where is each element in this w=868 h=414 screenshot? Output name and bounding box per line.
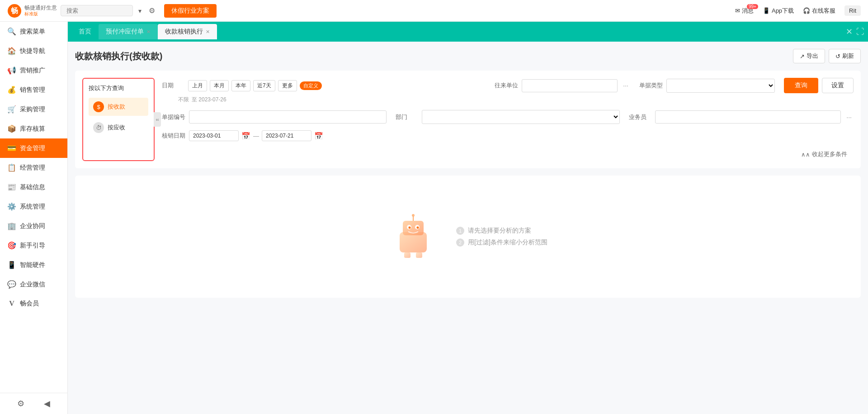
filter-row-3: 核销日期 📅 — 📅	[162, 130, 854, 141]
filter-collapse-button[interactable]: ‹‹	[154, 112, 161, 127]
empty-state: 1 请先选择要分析的方案 2 用[过滤]条件来缩小分析范围	[75, 176, 861, 298]
date-btn-7days[interactable]: 近7天	[253, 80, 275, 91]
message-button[interactable]: ✉ 消息 99+	[735, 7, 754, 15]
operation-icon: 📋	[7, 163, 16, 172]
main-layout: 🔍 搜索菜单 🏠 快捷导航 📢 营销推广 💰 销售管理 🛒 采购管理 📦 库存核…	[0, 22, 868, 414]
search-dropdown-icon[interactable]: ▾	[138, 7, 142, 14]
date-custom-tag[interactable]: 自定义	[300, 81, 322, 90]
app-download-button[interactable]: 📱 App下载	[763, 7, 794, 15]
calendar-start-icon[interactable]: 📅	[241, 132, 250, 140]
sidebar-item-sales[interactable]: 💰 销售管理	[0, 80, 67, 100]
filter-date-field: 日期 上月 本月 本年 近7天 更多 自定义	[162, 80, 486, 91]
tab-prepay[interactable]: 预付冲应付单 ✕	[99, 24, 158, 39]
collapse-icon: ∧∧	[801, 151, 810, 158]
page-content: 收款核销执行(按收款) ↗ 导出 ↺ 刷新 按以下方查询	[68, 42, 868, 414]
sidebar-bottom: ⚙ ◀	[0, 393, 67, 414]
voucher-no-input[interactable]	[189, 110, 387, 124]
counterparty-input[interactable]	[522, 79, 618, 92]
solution-button[interactable]: 休假行业方案	[164, 4, 217, 18]
sidebar-item-corp[interactable]: 🏢 企业协同	[0, 216, 67, 236]
page-actions: ↗ 导出 ↺ 刷新	[793, 49, 861, 63]
filter-dept-field: 部门	[396, 110, 620, 124]
export-button[interactable]: ↗ 导出	[793, 49, 825, 63]
svg-point-6	[409, 227, 411, 229]
top-bar: 畅 畅捷通好生意 标准版 ▾ ⚙ 休假行业方案 ✉ 消息 99+ 📱 App下载…	[0, 0, 868, 22]
writeoff-date-start-input[interactable]	[189, 130, 239, 141]
date-label: 日期	[162, 81, 184, 90]
tab-close-all-icon[interactable]: ✕	[846, 27, 853, 37]
query-action-group: 查询 设置	[784, 78, 854, 93]
voucher-no-label: 单据编号	[162, 113, 185, 121]
query-button[interactable]: 查询	[784, 78, 818, 93]
date-to-text: 至 2023-07-26	[192, 96, 226, 104]
sidebar-item-inventory[interactable]: 📦 库存核算	[0, 119, 67, 138]
filter-fields: 日期 上月 本月 本年 近7天 更多 自定义 往来单位	[162, 78, 854, 161]
dept-select[interactable]	[422, 110, 620, 124]
filter-counterparty-field: 往来单位 ···	[495, 79, 630, 92]
writeoff-date-end-input[interactable]	[262, 130, 311, 141]
svg-text:畅: 畅	[11, 7, 18, 14]
settings-icon[interactable]: ⚙	[149, 6, 155, 15]
sidebar-item-member[interactable]: V 畅会员	[0, 294, 67, 313]
top-search-input[interactable]	[61, 5, 133, 16]
collapse-more-button[interactable]: ∧∧ 收起更多条件	[795, 148, 854, 161]
sidebar-item-operation[interactable]: 📋 经营管理	[0, 158, 67, 177]
setting-button[interactable]: 设置	[822, 78, 854, 93]
tip-num-1: 1	[456, 227, 464, 235]
sidebar-item-search-menu[interactable]: 🔍 搜索菜单	[0, 22, 67, 41]
salesperson-input[interactable]	[655, 110, 841, 124]
tab-receivable-close[interactable]: ✕	[206, 29, 210, 35]
filter-voucher-type-field: 单据类型	[639, 79, 775, 93]
message-icon: ✉	[735, 7, 740, 14]
member-icon: V	[7, 300, 16, 308]
filter-panel: 按以下方查询 $ 按收款 ⏱ 按应收 ‹‹	[75, 71, 861, 168]
filter-option-by-receivable[interactable]: ⏱ 按应收	[89, 119, 148, 137]
date-btn-more[interactable]: 更多	[278, 80, 297, 91]
page-header: 收款核销执行(按收款) ↗ 导出 ↺ 刷新	[75, 49, 861, 63]
tab-receivable[interactable]: 收款核销执行 ✕	[158, 24, 217, 39]
teal-tab-header: 首页 预付冲应付单 ✕ 收款核销执行 ✕ ✕ ⛶	[68, 22, 868, 42]
collapse-more-row: ∧∧ 收起更多条件	[162, 148, 854, 161]
tab-prepay-close[interactable]: ✕	[146, 29, 151, 35]
date-btn-last-month[interactable]: 上月	[188, 80, 207, 91]
counterparty-more-icon[interactable]: ···	[621, 82, 630, 89]
filter-option-by-receipt[interactable]: $ 按收款	[89, 98, 148, 116]
online-service-button[interactable]: 🎧 在线客服	[803, 7, 835, 15]
date-range-row: 不限 至 2023-07-26	[162, 96, 854, 104]
salesperson-more-icon[interactable]: ···	[844, 114, 854, 121]
wechat-icon: 💬	[7, 280, 16, 289]
sales-icon: 💰	[7, 86, 16, 94]
sidebar-item-guide[interactable]: 🎯 新手引导	[0, 236, 67, 255]
empty-tip-1: 1 请先选择要分析的方案	[456, 227, 547, 235]
sidebar-item-marketing[interactable]: 📢 营销推广	[0, 61, 67, 80]
tab-expand-icon[interactable]: ⛶	[856, 27, 864, 37]
svg-rect-8	[404, 252, 410, 258]
date-separator: —	[253, 133, 259, 139]
sidebar-item-finance[interactable]: 💳 资金管理	[0, 138, 67, 158]
sidebar-collapse-icon[interactable]: ◀	[44, 399, 50, 409]
sidebar-item-basic[interactable]: 📰 基础信息	[0, 177, 67, 197]
dept-label: 部门	[396, 113, 418, 121]
user-avatar[interactable]: Rit	[844, 5, 861, 16]
sidebar-item-system[interactable]: ⚙️ 系统管理	[0, 197, 67, 216]
sidebar-item-wechat[interactable]: 💬 企业微信	[0, 275, 67, 294]
tab-home[interactable]: 首页	[71, 24, 99, 39]
filter-type-selector: 按以下方查询 $ 按收款 ⏱ 按应收 ‹‹	[82, 78, 155, 161]
sidebar-item-hardware[interactable]: 📱 智能硬件	[0, 255, 67, 275]
svg-rect-9	[416, 252, 422, 258]
svg-point-11	[412, 214, 415, 217]
voucher-type-select[interactable]	[666, 79, 775, 93]
sidebar-item-quick-nav[interactable]: 🏠 快捷导航	[0, 41, 67, 61]
voucher-type-label: 单据类型	[639, 81, 663, 90]
sidebar-settings-icon[interactable]: ⚙	[17, 399, 24, 409]
date-btn-this-month[interactable]: 本月	[210, 80, 229, 91]
date-btn-this-year[interactable]: 本年	[231, 80, 250, 91]
basic-icon: 📰	[7, 183, 16, 191]
guide-icon: 🎯	[7, 241, 16, 250]
sidebar-item-purchase[interactable]: 🛒 采购管理	[0, 100, 67, 119]
calendar-end-icon[interactable]: 📅	[314, 132, 323, 140]
counterparty-label: 往来单位	[495, 81, 518, 90]
refresh-button[interactable]: ↺ 刷新	[829, 49, 861, 63]
empty-tip-2: 2 用[过滤]条件来缩小分析范围	[456, 238, 547, 247]
filter-voucher-no-field: 单据编号	[162, 110, 387, 124]
